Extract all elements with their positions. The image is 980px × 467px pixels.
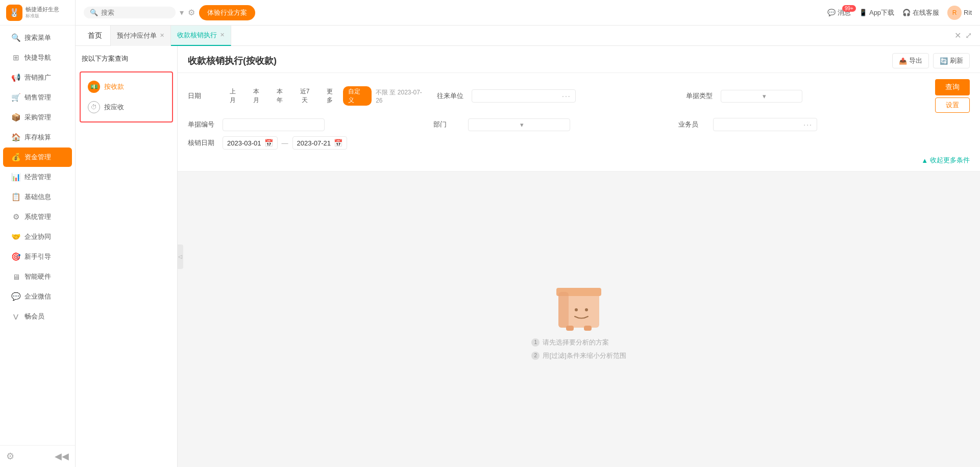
- left-panel: 按以下方案查询 💵 按收款 ⏱ 按应收 ◁: [76, 46, 178, 467]
- verify-date-start-input[interactable]: 2023-03-01 📅: [223, 136, 278, 150]
- sidebar-item-3[interactable]: 🛒销售管理: [3, 88, 72, 107]
- counterparty-dots-btn[interactable]: ···: [562, 92, 571, 100]
- tab-home[interactable]: 首页: [80, 26, 111, 46]
- empty-illustration: [548, 277, 609, 328]
- sidebar-item-7[interactable]: 📊经营管理: [3, 167, 72, 187]
- nav-icon-11: 🎯: [11, 252, 20, 261]
- page-header-actions: 📤 导出 🔄 刷新: [892, 53, 970, 68]
- counterparty-input[interactable]: [476, 92, 562, 100]
- topbar-gear-icon[interactable]: ⚙: [188, 8, 195, 17]
- nav-icon-3: 🛒: [11, 93, 20, 102]
- nav-icon-10: 🤝: [11, 232, 20, 241]
- app-download-button[interactable]: 📱 App下载: [859, 8, 894, 17]
- svg-point-3: [575, 308, 578, 311]
- logo-sub: 标准版: [26, 13, 59, 19]
- user-menu[interactable]: R Rit: [947, 6, 972, 20]
- right-content: 收款核销执行(按收款) 📤 导出 🔄 刷新 日期: [178, 46, 980, 467]
- filter-by-receivable[interactable]: ⏱ 按应收: [85, 97, 168, 117]
- collapse-conditions-label: 收起更多条件: [930, 156, 970, 165]
- nav-icon-5: 🏠: [11, 133, 20, 142]
- setting-button[interactable]: 设置: [935, 97, 970, 113]
- date-dash: —: [282, 139, 288, 147]
- solution-button[interactable]: 体验行业方案: [199, 5, 255, 20]
- verify-date-end-input[interactable]: 2023-07-21 📅: [292, 136, 348, 150]
- message-button[interactable]: 💬 消息 99+: [827, 8, 851, 17]
- sidebar-footer: ⚙ ◀◀: [0, 445, 75, 467]
- topbar-search-input[interactable]: [101, 9, 167, 16]
- tab-prepay-close[interactable]: ✕: [160, 32, 164, 39]
- tab-prepay[interactable]: 预付冲应付单 ✕: [111, 26, 171, 46]
- sidebar-item-14[interactable]: V畅会员: [3, 307, 72, 326]
- search-row-2: 单据编号 部门 ▾ 业务员: [188, 118, 970, 131]
- refresh-button[interactable]: 🔄 刷新: [933, 53, 970, 68]
- search-row-1: 日期 上月 本月 本年 近7天 更多 自定义 不限 至 2023-07-26 往…: [188, 79, 970, 113]
- topbar-dropdown-icon[interactable]: ▾: [180, 8, 184, 17]
- sidebar-item-12[interactable]: 🖥智能硬件: [3, 267, 72, 286]
- verify-date-label: 核销日期: [188, 138, 218, 148]
- bill-no-input[interactable]: [227, 121, 320, 129]
- query-button[interactable]: 查询: [935, 79, 970, 95]
- bill-type-dropdown[interactable]: ▾: [721, 90, 802, 103]
- bill-no-label: 单据编号: [188, 120, 218, 129]
- nav-icon-4: 📦: [11, 113, 20, 122]
- nav-icon-0: 🔍: [11, 33, 20, 42]
- collection-icon: 💵: [88, 81, 100, 93]
- sidebar-item-1[interactable]: ⊞快捷导航: [3, 48, 72, 67]
- page-header: 收款核销执行(按收款) 📤 导出 🔄 刷新: [178, 46, 980, 73]
- date-opt-more[interactable]: 更多: [320, 86, 340, 106]
- sidebar-item-13[interactable]: 💬企业微信: [3, 287, 72, 306]
- sidebar-item-2[interactable]: 📢营销推广: [3, 68, 72, 87]
- filter-collection-label: 按收款: [104, 82, 124, 91]
- export-button[interactable]: 📤 导出: [892, 53, 929, 68]
- sidebar-item-10[interactable]: 🤝企业协同: [3, 227, 72, 247]
- date-opt-last-month[interactable]: 上月: [223, 86, 243, 106]
- online-service-button[interactable]: 🎧 在线客服: [902, 8, 939, 17]
- hint-text-2: 用[过滤]条件来缩小分析范围: [543, 349, 626, 362]
- date-options: 上月 本月 本年 近7天 更多 自定义: [223, 86, 372, 106]
- svg-point-4: [585, 308, 588, 311]
- tab-collection-close[interactable]: ✕: [220, 32, 225, 38]
- nav-label-0: 搜索菜单: [24, 33, 51, 42]
- nav-icon-7: 📊: [11, 173, 20, 182]
- sidebar-item-4[interactable]: 📦采购管理: [3, 108, 72, 127]
- nav-label-5: 库存核算: [24, 133, 51, 142]
- sidebar-item-0[interactable]: 🔍搜索菜单: [3, 28, 72, 47]
- collapse-left-panel-btn[interactable]: ◁: [177, 244, 183, 269]
- nav-icon-13: 💬: [11, 292, 20, 301]
- search-area[interactable]: 🔍: [84, 7, 176, 18]
- content-area: 按以下方案查询 💵 按收款 ⏱ 按应收 ◁ 收款核销执行(按收款): [76, 46, 980, 467]
- close-tab-icon[interactable]: ✕: [954, 31, 961, 40]
- dept-arrow: ▾: [520, 121, 566, 129]
- collapse-sidebar-icon[interactable]: ◀◀: [55, 451, 69, 462]
- date-opt-this-year[interactable]: 本年: [270, 86, 290, 106]
- nav-label-3: 销售管理: [24, 93, 51, 102]
- date-opt-7days[interactable]: 近7天: [293, 86, 317, 106]
- date-label: 日期: [188, 91, 218, 101]
- hint-num-1: 1: [531, 338, 540, 347]
- nav-icon-12: 🖥: [11, 273, 20, 281]
- sidebar-item-6[interactable]: 💰资金管理: [3, 148, 72, 167]
- filter-by-collection[interactable]: 💵 按收款: [85, 77, 168, 97]
- staff-dots-btn[interactable]: ···: [803, 120, 813, 129]
- nav-icon-8: 📋: [11, 192, 20, 202]
- tab-collection[interactable]: 收款核销执行 ✕: [171, 26, 231, 46]
- sidebar-item-8[interactable]: 📋基础信息: [3, 187, 72, 207]
- expand-tab-icon[interactable]: ⤢: [965, 31, 972, 40]
- message-badge: 99+: [842, 5, 856, 12]
- dept-dropdown[interactable]: ▾: [468, 118, 570, 131]
- topbar-left: 🔍 ▾ ⚙ 体验行业方案: [84, 5, 821, 20]
- date-opt-custom[interactable]: 自定义: [343, 86, 372, 106]
- sidebar-item-5[interactable]: 🏠库存核算: [3, 128, 72, 147]
- collapse-conditions-btn[interactable]: ▲ 收起更多条件: [921, 156, 970, 165]
- tab-actions: ✕ ⤢: [954, 31, 976, 40]
- date-opt-this-month[interactable]: 本月: [246, 86, 266, 106]
- sidebar-logo: 🐰 畅捷通好生意 标准版: [0, 0, 75, 26]
- service-label: 在线客服: [913, 8, 939, 17]
- settings-icon[interactable]: ⚙: [6, 451, 14, 462]
- bill-type-arrow: ▾: [763, 92, 798, 100]
- sidebar-item-11[interactable]: 🎯新手引导: [3, 247, 72, 266]
- nav-label-10: 企业协同: [24, 232, 51, 241]
- sidebar-item-9[interactable]: ⚙系统管理: [3, 207, 72, 227]
- logo-text: 畅捷通好生意: [26, 6, 59, 13]
- staff-input[interactable]: [718, 121, 803, 129]
